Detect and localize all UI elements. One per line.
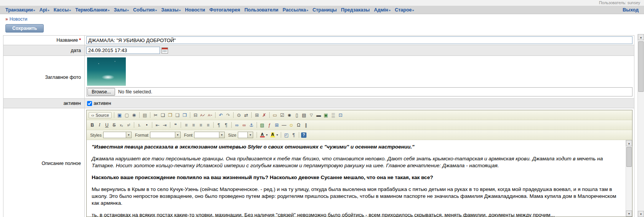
menu-item-api[interactable]: Api» xyxy=(40,7,49,13)
page-break-button[interactable]: ∥ xyxy=(303,122,309,128)
table-button[interactable]: ⊞ xyxy=(273,122,280,128)
blockquote-button[interactable]: ❝ xyxy=(172,122,179,128)
editor-scrollbar-thumb[interactable] xyxy=(626,147,632,167)
styles-combo[interactable]: Styles▼ xyxy=(89,132,132,138)
undo-icon[interactable]: ↶ xyxy=(217,112,224,118)
scroll-up-icon[interactable]: ▲ xyxy=(626,140,632,146)
outdent-button[interactable]: ⇤ xyxy=(154,122,161,128)
save-icon[interactable]: ▣ xyxy=(116,112,123,118)
redo-icon[interactable]: ↷ xyxy=(225,112,231,118)
title-input[interactable] xyxy=(86,36,632,44)
strikethrough-button[interactable]: S xyxy=(111,122,117,128)
special-char-button[interactable]: Ω xyxy=(295,122,302,128)
page-scrollbar[interactable]: ▲ ▼ xyxy=(637,34,644,217)
paste-from-word-icon[interactable]: ❒ xyxy=(181,112,188,118)
save-button[interactable]: Сохранить xyxy=(5,24,44,33)
about-button[interactable]: ? xyxy=(301,132,306,138)
image-button-field-icon[interactable]: ▣ xyxy=(323,112,329,118)
print-icon[interactable]: ⊟ xyxy=(192,112,199,118)
new-page-icon[interactable]: ▢ xyxy=(124,112,130,118)
select-all-icon[interactable]: ⊞ xyxy=(254,112,260,118)
page-scrollbar-thumb[interactable] xyxy=(638,41,644,92)
menu-item-admin[interactable]: Адмін» xyxy=(374,7,390,13)
menu-item-sobytiya[interactable]: События» xyxy=(133,7,157,13)
menu-item-zaly[interactable]: Залы» xyxy=(114,7,129,13)
paste-plain-text-icon[interactable]: ❑ xyxy=(174,112,181,118)
source-button[interactable]: ‹›Source xyxy=(89,112,112,118)
templates-icon[interactable]: ▤ xyxy=(142,112,148,118)
menu-item-zakazy[interactable]: Заказы» xyxy=(161,7,181,13)
checkbox-field-icon[interactable]: ☑ xyxy=(279,112,285,118)
numbered-list-button[interactable]: 1. xyxy=(136,122,143,128)
breadcrumb-link-news[interactable]: Новости xyxy=(10,16,27,22)
spell-check-icon[interactable]: A✓ xyxy=(199,112,206,118)
indent-button[interactable]: ⇥ xyxy=(161,122,168,128)
menu-item-rassylka[interactable]: Рассылка» xyxy=(283,7,308,13)
styles-combo-box[interactable]: ▼ xyxy=(103,132,132,138)
size-combo[interactable]: Size▼ xyxy=(227,132,253,138)
replace-icon[interactable]: ⇄ xyxy=(243,112,249,118)
date-input[interactable] xyxy=(86,47,160,54)
underline-button[interactable]: U xyxy=(104,122,110,128)
scroll-down-icon[interactable]: ▼ xyxy=(638,211,644,217)
format-combo[interactable]: Format▼ xyxy=(133,132,181,138)
textarea-field-icon[interactable]: ▤ xyxy=(301,112,307,118)
bold-button[interactable]: B xyxy=(89,122,96,128)
button-field-icon[interactable]: ▬ xyxy=(315,112,322,118)
copy-icon[interactable]: ❏ xyxy=(160,112,166,118)
text-field-icon[interactable]: ▯ xyxy=(293,112,300,118)
hidden-field-icon[interactable]: ▒ xyxy=(330,112,336,118)
text-direction-ltr-button[interactable]: ¶ xyxy=(216,122,222,128)
show-blocks-button[interactable]: ¶ xyxy=(290,132,297,138)
align-center-button[interactable]: ≡ xyxy=(190,122,197,128)
menu-item-termoblanki[interactable]: ТермоБланки» xyxy=(75,7,110,13)
maximize-button[interactable]: ◰ xyxy=(283,132,290,138)
unlink-button[interactable]: ∞ xyxy=(241,122,247,128)
menu-item-predzakazy[interactable]: Предзаказы xyxy=(341,7,370,13)
superscript-button[interactable]: x² xyxy=(125,122,132,128)
paste-icon[interactable]: ❐ xyxy=(167,112,173,118)
find-icon[interactable]: ⊙ xyxy=(236,112,242,118)
menu-item-polzovateli[interactable]: Пользователи xyxy=(244,7,278,13)
flash-button[interactable]: ƒ xyxy=(266,122,273,128)
font-combo-box[interactable]: ▼ xyxy=(194,132,225,138)
menu-item-stranicy[interactable]: Страницы xyxy=(313,7,337,13)
cut-icon[interactable]: ✂ xyxy=(152,112,159,118)
scroll-up-icon[interactable]: ▲ xyxy=(638,34,644,40)
align-right-button[interactable]: ≡ xyxy=(198,122,204,128)
justify-button[interactable]: ≡ xyxy=(205,122,211,128)
background-color-button[interactable]: A▼ xyxy=(270,132,278,138)
anchor-button[interactable]: ⚓ xyxy=(248,122,255,128)
menu-item-novosti[interactable]: Новости xyxy=(185,7,205,13)
text-color-button[interactable]: A▼ xyxy=(259,132,268,138)
form-icon[interactable]: ▭ xyxy=(272,112,278,118)
active-checkbox[interactable] xyxy=(87,101,92,106)
remove-format-icon[interactable]: ✗ xyxy=(261,112,267,118)
calendar-icon[interactable] xyxy=(161,47,168,54)
radio-field-icon[interactable]: ◉ xyxy=(286,112,293,118)
link-button[interactable]: ∞ xyxy=(234,122,240,128)
scayt-icon[interactable]: A~ xyxy=(207,112,213,118)
select-field-icon[interactable]: ▽ xyxy=(308,112,315,118)
horizontal-rule-button[interactable]: ― xyxy=(281,122,287,128)
editor-content[interactable]: "Известная певица рассказала в эксклюзив… xyxy=(87,140,626,217)
scroll-down-icon[interactable]: ▼ xyxy=(626,210,632,217)
format-combo-box[interactable]: ▼ xyxy=(150,132,181,138)
italic-button[interactable]: I xyxy=(96,122,103,128)
subscript-button[interactable]: x₂ xyxy=(118,122,125,128)
logout-link[interactable]: Выход xyxy=(623,7,639,13)
image-button[interactable]: ▧ xyxy=(259,122,265,128)
menu-item-staroe[interactable]: Старое» xyxy=(395,7,414,13)
font-combo[interactable]: Font▼ xyxy=(183,132,225,138)
menu-item-kassy[interactable]: Кассы» xyxy=(54,7,71,13)
preview-icon[interactable]: ◉ xyxy=(131,112,137,118)
size-combo-box[interactable]: ▼ xyxy=(238,132,253,138)
browse-button[interactable]: Browse... xyxy=(87,88,115,96)
bulleted-list-button[interactable]: • xyxy=(143,122,150,128)
smiley-button[interactable]: ☺ xyxy=(288,122,295,128)
align-left-button[interactable]: ≡ xyxy=(183,122,189,128)
text-direction-rtl-button[interactable]: ¶ xyxy=(223,122,229,128)
menu-item-tranzakcii[interactable]: Транзакции» xyxy=(5,7,35,13)
iframe-icon[interactable]: ⊡ xyxy=(337,112,344,118)
editor-scrollbar[interactable]: ▲ ▼ xyxy=(626,140,632,217)
